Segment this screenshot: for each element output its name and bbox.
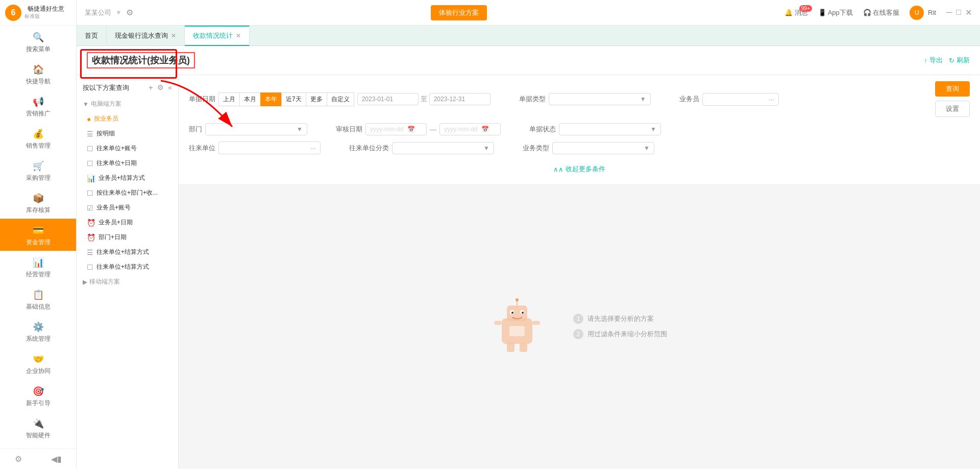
review-date-filter-item: 审核日期 yyyy-mm-dd 📅 — yyyy-mm-dd 📅 xyxy=(336,123,501,135)
minimize-icon[interactable]: ─ xyxy=(946,8,952,17)
collapse-filter-button[interactable]: ∧∧ 收起更多条件 xyxy=(189,160,970,178)
sidebar-item-basic[interactable]: 📋 基础信息 xyxy=(0,283,76,315)
sidebar-item-quick-nav[interactable]: 🏠 快捷导航 xyxy=(0,58,76,90)
collapse-up-icon: ∧∧ xyxy=(553,166,564,173)
sidebar-item-purchase[interactable]: 🛒 采购管理 xyxy=(0,154,76,186)
panel-item-partner-date[interactable]: ☐ 往来单位+日期 xyxy=(77,156,178,171)
bell-icon: 🔔 xyxy=(785,9,793,16)
partner-dept-icon: ☐ xyxy=(87,189,93,197)
bank-flow-tab-close-icon[interactable]: ✕ xyxy=(171,32,176,39)
panel-item-partner-settle2[interactable]: ☐ 往来单位+结算方式 xyxy=(77,260,178,274)
sidebar-item-hardware[interactable]: 🔌 智能硬件 xyxy=(0,412,76,444)
sidebar-item-inventory[interactable]: 📦 库存核算 xyxy=(0,186,76,219)
item-label: 往来单位+结算方式 xyxy=(96,263,149,271)
panel-group-mobile[interactable]: ▶ 移动端方案 xyxy=(77,274,178,289)
action-buttons: 查询 设置 xyxy=(935,81,970,117)
sidebar-item-marketing[interactable]: 📢 营销推广 xyxy=(0,90,76,122)
panel-item-by-salesperson[interactable]: ● 按业务员 xyxy=(77,111,178,126)
scheme-settings-icon[interactable]: ⚙ xyxy=(157,83,164,92)
panel-item-salesperson-account[interactable]: ☑ 业务员+账号 xyxy=(77,200,178,215)
salesperson-settle-icon: 📊 xyxy=(87,174,95,182)
hardware-icon: 🔌 xyxy=(33,418,44,429)
sidebar-item-operation[interactable]: 📊 经营管理 xyxy=(0,251,76,283)
panel-item-salesperson-settle[interactable]: 📊 业务员+结算方式 xyxy=(77,171,178,185)
svg-rect-10 xyxy=(507,343,514,352)
sidebar-bottom: ⚙ ◀▮ xyxy=(0,449,76,469)
filter-settings-button[interactable]: 设置 xyxy=(935,101,970,117)
notification-area[interactable]: 🔔 99+ 消息 xyxy=(785,8,808,17)
doc-status-dropdown[interactable]: ▼ xyxy=(559,123,661,135)
panel-item-partner-dept-collect[interactable]: ☐ 按往来单位+部门+收... xyxy=(77,185,178,200)
refresh-button[interactable]: ↻ 刷新 xyxy=(949,56,970,65)
settings-bottom-icon[interactable]: ⚙ xyxy=(15,454,22,464)
sidebar-item-label: 销售管理 xyxy=(26,142,51,150)
bank-flow-tab-label: 现金银行流水查询 xyxy=(115,31,168,40)
export-icon: ↑ xyxy=(924,57,928,64)
svg-point-7 xyxy=(516,298,519,301)
app-download-area[interactable]: 📱 App下载 xyxy=(818,8,853,17)
close-icon[interactable]: ✕ xyxy=(965,8,972,17)
sidebar-item-wechat[interactable]: 💬 企业微信 xyxy=(0,444,76,449)
panel-item-partner-settle1[interactable]: ☰ 往来单位+结算方式 xyxy=(77,245,178,260)
tab-home[interactable]: 首页 xyxy=(77,26,107,46)
settings-gear-icon[interactable]: ⚙ xyxy=(126,8,133,17)
page-body: 收款情况统计(按业务员) ↑ 导出 ↻ 刷新 按以下 xyxy=(77,46,980,469)
tip-item-2: 2 用过滤条件来缩小分析范围 xyxy=(573,329,667,339)
date-from-value: 2023-01-01 xyxy=(362,96,393,103)
add-scheme-icon[interactable]: + xyxy=(149,83,153,92)
dept-dropdown[interactable]: ▼ xyxy=(205,123,307,135)
sidebar-item-search-menu[interactable]: 🔍 搜索菜单 xyxy=(0,26,76,58)
content-area: 按以下方案查询 + ⚙ « ▼ 电脑端方案 ● 按业务 xyxy=(77,75,980,469)
sidebar-item-label: 搜索菜单 xyxy=(26,45,51,54)
trial-button[interactable]: 体验行业方案 xyxy=(431,5,487,20)
user-area[interactable]: U Rit xyxy=(910,6,936,20)
collapse-sidebar-icon[interactable]: ◀▮ xyxy=(51,454,62,464)
date-btn-7days[interactable]: 近7天 xyxy=(281,92,306,106)
online-service-area[interactable]: 🎧 在线客服 xyxy=(863,8,900,17)
doc-type-dropdown[interactable]: ▼ xyxy=(549,93,651,105)
sidebar-item-finance[interactable]: 💳 资金管理 xyxy=(0,219,76,251)
sidebar-item-enterprise[interactable]: 🤝 企业协同 xyxy=(0,347,76,380)
sidebar-item-guide[interactable]: 🎯 新手引导 xyxy=(0,380,76,412)
page-title: 收款情况统计(按业务员) xyxy=(87,52,195,68)
partner-settle1-icon: ☰ xyxy=(87,248,93,256)
date-btn-last-month[interactable]: 上月 xyxy=(218,92,239,106)
sidebar-item-label: 库存核算 xyxy=(26,206,51,215)
collapse-panel-icon[interactable]: « xyxy=(168,83,172,92)
date-btn-custom[interactable]: 自定义 xyxy=(327,92,354,106)
panel-group-desktop[interactable]: ▼ 电脑端方案 xyxy=(77,97,178,111)
salesperson-dropdown[interactable]: ··· xyxy=(702,93,779,106)
receipt-stats-tab-close-icon[interactable]: ✕ xyxy=(236,32,241,39)
tab-receipt-stats[interactable]: 收款情况统计 ✕ xyxy=(185,26,250,46)
svg-rect-8 xyxy=(494,321,502,325)
panel-item-partner-account[interactable]: ☐ 往来单位+账号 xyxy=(77,141,178,156)
export-button[interactable]: ↑ 导出 xyxy=(924,56,943,65)
tab-bank-flow[interactable]: 现金银行流水查询 ✕ xyxy=(107,26,185,46)
partner-category-dropdown[interactable]: ▼ xyxy=(392,142,494,154)
sidebar-item-sales[interactable]: 💰 销售管理 xyxy=(0,122,76,154)
sidebar-item-system[interactable]: ⚙️ 系统管理 xyxy=(0,315,76,347)
sidebar-item-label: 快捷导航 xyxy=(26,77,51,86)
window-controls: ─ □ ✕ xyxy=(946,8,972,17)
date-btn-more[interactable]: 更多 xyxy=(306,92,327,106)
right-panel: 单据日期 上月 本月 本年 近7天 更多 自定义 xyxy=(179,75,980,469)
maximize-icon[interactable]: □ xyxy=(956,8,961,17)
item-label: 往来单位+账号 xyxy=(96,144,137,153)
download-icon: 📱 xyxy=(818,9,826,16)
date-from-input[interactable]: 2023-01-01 xyxy=(357,93,419,105)
filter-row-1: 单据日期 上月 本月 本年 近7天 更多 自定义 xyxy=(189,81,970,117)
review-date-to-input[interactable]: yyyy-mm-dd 📅 xyxy=(439,123,501,135)
partner-dropdown[interactable]: ··· xyxy=(218,142,321,154)
panel-item-dept-date[interactable]: ⏰ 部门+日期 xyxy=(77,230,178,245)
business-type-dropdown[interactable]: ▼ xyxy=(552,142,654,154)
review-date-from-input[interactable]: yyyy-mm-dd 📅 xyxy=(365,123,427,135)
header-left: 某某公司 ▼ ⚙ xyxy=(85,8,133,17)
review-date-to-placeholder: yyyy-mm-dd xyxy=(444,126,477,133)
empty-illustration xyxy=(492,298,543,356)
date-to-input[interactable]: 2023-12-31 xyxy=(429,93,491,105)
date-btn-this-year[interactable]: 本年 xyxy=(260,92,281,106)
panel-item-by-detail[interactable]: ☰ 按明细 xyxy=(77,126,178,141)
panel-item-salesperson-date[interactable]: ⏰ 业务员+日期 xyxy=(77,215,178,230)
date-btn-this-month[interactable]: 本月 xyxy=(239,92,260,106)
query-button[interactable]: 查询 xyxy=(935,81,970,97)
